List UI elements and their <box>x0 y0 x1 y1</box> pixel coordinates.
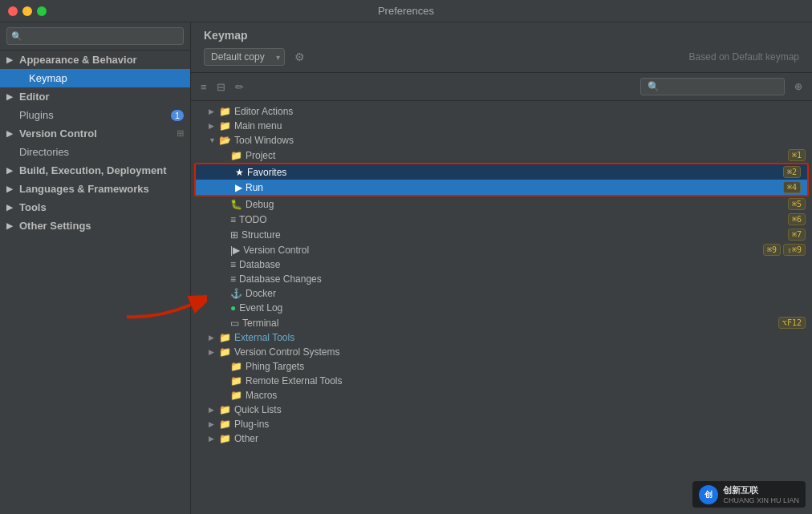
tree-item-main-menu[interactable]: ▶ 📁 Main menu <box>191 119 812 133</box>
filter-search-input[interactable] <box>640 78 785 95</box>
search-icon: 🔍 <box>11 31 22 42</box>
watermark-text: 创新互联 CHUANG XIN HU LIAN <box>723 484 799 504</box>
window-controls <box>8 6 47 16</box>
tree-item-editor-actions[interactable]: ▶ 📁 Editor Actions <box>191 104 812 119</box>
tree-item-label: TODO <box>239 214 266 225</box>
shortcut-key: ⌘9 <box>763 244 781 256</box>
tree-item-favorites[interactable]: ★ Favorites ⌘2 <box>196 164 807 180</box>
tree-item-todo[interactable]: ≡ TODO ⌘6 <box>191 212 812 227</box>
chevron-right-icon: ▶ <box>6 92 16 101</box>
sidebar-item-vcs[interactable]: ▶ Version Control ⊞ <box>0 124 190 143</box>
tree-item-terminal[interactable]: ▭ Terminal ⌥F12 <box>191 315 812 330</box>
sidebar-search-input[interactable] <box>6 27 184 45</box>
folder-icon: 📁 <box>219 120 231 132</box>
sidebar-item-label: Tools <box>19 201 47 213</box>
sidebar-item-other-settings[interactable]: ▶ Other Settings <box>0 217 190 235</box>
sidebar-item-tools[interactable]: ▶ Tools <box>0 198 190 217</box>
folder-icon: 📁 <box>219 433 231 444</box>
sidebar-items: ▶ Appearance & Behavior Keymap ▶ Editor … <box>0 51 190 514</box>
shortcut-key: ⌘2 <box>783 166 801 178</box>
tree-item-docker[interactable]: ⚓ Docker <box>191 286 812 301</box>
tree-item-tool-windows[interactable]: ▼ 📂 Tool Windows <box>191 133 812 148</box>
sidebar-item-editor[interactable]: ▶ Editor <box>0 87 190 106</box>
tree-item-label: External Tools <box>234 332 294 343</box>
shortcut-key: ⌘6 <box>788 213 806 225</box>
keymap-toolbar: Default copy ▾ ⚙ Based on Default keymap <box>204 48 799 66</box>
content-header: Keymap Default copy ▾ ⚙ Based on Default… <box>191 22 812 73</box>
tree-item-version-control[interactable]: |▶ Version Control ⌘9 ⇧⌘9 <box>191 242 812 257</box>
sidebar-item-label: Languages & Frameworks <box>19 183 149 195</box>
find-action-button[interactable]: ⊕ <box>791 79 806 94</box>
vcs-icon: ⊞ <box>177 128 184 139</box>
tree-item-macros[interactable]: 📁 Macros <box>191 388 812 403</box>
tree-item-remote-external-tools[interactable]: 📁 Remote External Tools <box>191 374 812 388</box>
sidebar-item-build[interactable]: ▶ Build, Execution, Deployment <box>0 161 190 180</box>
shortcut-key: ⌘1 <box>788 149 806 161</box>
filter-toolbar: ≡ ⊟ ✏ ⊕ <box>191 73 812 101</box>
tree-item-label: Phing Targets <box>246 361 304 372</box>
tree-item-plug-ins[interactable]: ▶ 📁 Plug-ins <box>191 417 812 431</box>
chevron-right-icon: ▶ <box>6 184 16 193</box>
tree-item-event-log[interactable]: ● Event Log <box>191 301 812 315</box>
sidebar-item-label: Version Control <box>19 127 97 140</box>
sidebar-item-languages[interactable]: ▶ Languages & Frameworks <box>0 180 190 198</box>
tree-item-external-tools[interactable]: ▶ 📁 External Tools <box>191 330 812 345</box>
tree-item-other[interactable]: ▶ 📁 Other <box>191 431 812 446</box>
database-changes-icon: ≡ <box>230 273 236 285</box>
tree-item-label: Plug-ins <box>234 419 269 430</box>
terminal-icon: ▭ <box>230 318 239 329</box>
close-button[interactable] <box>8 6 18 16</box>
tree-item-run[interactable]: ▶ Run ⌘4 <box>196 180 807 195</box>
gear-button[interactable]: ⚙ <box>291 49 308 65</box>
tree-item-label: Event Log <box>239 302 282 314</box>
tree-item-label: Main menu <box>234 120 282 132</box>
watermark: 创 创新互联 CHUANG XIN HU LIAN <box>692 481 806 508</box>
tree-item-phing-targets[interactable]: 📁 Phing Targets <box>191 359 812 374</box>
tree-item-structure[interactable]: ⊞ Structure ⌘7 <box>191 227 812 242</box>
folder-icon: 📁 <box>219 346 231 358</box>
search-wrap <box>640 78 785 95</box>
shortcut-area: ⌘4 <box>783 181 801 193</box>
sidebar-search-area: 🔍 <box>0 22 190 51</box>
database-icon: ≡ <box>230 259 236 270</box>
shortcut-key2: ⇧⌘9 <box>783 244 806 256</box>
sidebar-item-plugins[interactable]: Plugins 1 <box>0 106 190 124</box>
tree-item-vcs-systems[interactable]: ▶ 📁 Version Control Systems <box>191 345 812 359</box>
filter-align-left-button[interactable]: ≡ <box>197 79 210 95</box>
tree-item-label: Tool Windows <box>234 135 294 146</box>
title-bar: Preferences <box>0 0 812 22</box>
tree-item-quick-lists[interactable]: ▶ 📁 Quick Lists <box>191 403 812 417</box>
plugins-badge: 1 <box>171 110 184 121</box>
tree-item-label: Other <box>234 433 258 444</box>
tree-item-debug[interactable]: 🐛 Debug ⌘5 <box>191 196 812 212</box>
minimize-button[interactable] <box>22 6 32 16</box>
sidebar-item-keymap[interactable]: Keymap <box>0 69 190 87</box>
tree-item-project[interactable]: 📁 Project ⌘1 <box>191 148 812 163</box>
folder-icon: 📁 <box>219 419 231 430</box>
tree-item-label: Version Control Systems <box>234 346 339 358</box>
sidebar-item-directories[interactable]: Directories <box>0 143 190 161</box>
sidebar-item-label: Other Settings <box>19 220 91 232</box>
based-on-label: Based on Default keymap <box>689 51 799 63</box>
tree-item-database[interactable]: ≡ Database <box>191 257 812 272</box>
sidebar-item-label: Build, Execution, Deployment <box>19 164 166 176</box>
docker-icon: ⚓ <box>230 288 242 299</box>
folder-icon: 📁 <box>230 361 242 372</box>
keymap-dropdown[interactable]: Default copy <box>204 48 285 66</box>
tree-item-label: Editor Actions <box>234 106 293 117</box>
chevron-right-icon: ▶ <box>6 129 16 138</box>
tree-item-label: Database Changes <box>239 273 322 285</box>
shortcut-key: ⌘4 <box>783 181 801 193</box>
chevron-right-icon: ▶ <box>209 122 217 130</box>
filter-edit-button[interactable]: ✏ <box>232 79 247 95</box>
sidebar: 🔍 ▶ Appearance & Behavior Keymap ▶ Edito… <box>0 22 191 514</box>
chevron-right-icon: ▶ <box>209 348 217 356</box>
tree-item-database-changes[interactable]: ≡ Database Changes <box>191 272 812 286</box>
filter-align-center-button[interactable]: ⊟ <box>213 79 229 95</box>
chevron-down-icon: ▼ <box>209 136 217 144</box>
shortcut-area: ⌘9 ⇧⌘9 <box>763 244 806 256</box>
tree-item-label: Debug <box>246 199 274 210</box>
tree-item-label: Docker <box>246 288 276 299</box>
sidebar-item-appearance[interactable]: ▶ Appearance & Behavior <box>0 51 190 69</box>
maximize-button[interactable] <box>37 6 47 16</box>
